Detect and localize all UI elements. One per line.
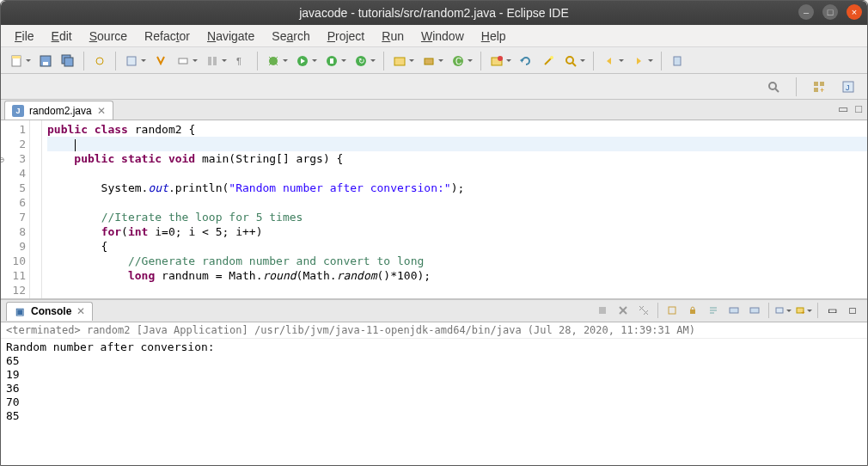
code-line[interactable]: for(int i=0; i < 5; i++) <box>47 224 867 239</box>
menu-source[interactable]: Source <box>83 27 134 46</box>
show-console-on-out-button[interactable] <box>724 302 743 319</box>
svg-point-31 <box>566 57 573 64</box>
code-line[interactable]: //Iterate the loop for 5 times <box>47 210 867 224</box>
block-select-button[interactable] <box>202 51 223 71</box>
menu-window[interactable]: Window <box>414 27 471 46</box>
console-icon: ▣ <box>14 305 26 317</box>
remove-all-button[interactable] <box>634 302 653 319</box>
svg-rect-52 <box>690 310 695 314</box>
menu-search[interactable]: Search <box>265 27 316 46</box>
svg-text:¶: ¶ <box>236 56 241 66</box>
maximize-view-icon[interactable]: □ <box>855 102 862 115</box>
code-line[interactable] <box>47 137 867 151</box>
menu-file[interactable]: File <box>8 27 41 46</box>
svg-rect-38 <box>814 82 818 86</box>
svg-point-27 <box>498 56 503 61</box>
java-file-icon: J <box>12 105 24 117</box>
menu-help[interactable]: Help <box>474 27 513 46</box>
svg-rect-55 <box>776 308 783 313</box>
new-button[interactable] <box>6 51 27 71</box>
code-line[interactable]: { <box>47 239 867 254</box>
display-console-button[interactable] <box>773 302 792 319</box>
console-maximize-icon[interactable]: □ <box>843 302 862 319</box>
new-class-button[interactable]: C <box>448 51 468 71</box>
svg-rect-1 <box>12 56 21 58</box>
code-line[interactable] <box>47 166 867 181</box>
code-line[interactable]: //Generate random number and convert to … <box>47 254 867 268</box>
svg-rect-53 <box>730 308 738 313</box>
code-line[interactable]: public class random2 { <box>47 122 867 137</box>
svg-text:+: + <box>820 86 824 94</box>
svg-line-32 <box>572 63 576 66</box>
wand-button[interactable] <box>538 51 559 71</box>
svg-line-13 <box>276 57 278 58</box>
new-package-button[interactable] <box>419 51 439 71</box>
clear-console-button[interactable] <box>663 302 682 319</box>
menu-project[interactable]: Project <box>321 27 372 46</box>
menu-refactor[interactable]: Refactor <box>138 27 197 46</box>
svg-rect-19 <box>330 58 333 64</box>
main-toolbar: ¶ ↻ C <box>1 47 867 74</box>
window-close-button[interactable]: × <box>847 4 862 20</box>
new-java-project-button[interactable] <box>389 51 410 71</box>
console-output[interactable]: Random number after conversion: 65 19 36… <box>1 339 867 465</box>
pin-button[interactable] <box>667 51 688 71</box>
refresh-button[interactable] <box>516 51 536 71</box>
code-area[interactable]: public class random2 { public static voi… <box>42 120 867 298</box>
annotation-button[interactable] <box>173 51 193 71</box>
svg-line-12 <box>269 57 271 58</box>
svg-rect-54 <box>750 308 759 313</box>
code-editor[interactable]: 123456789101112 public class random2 { p… <box>1 120 867 299</box>
console-panel: ▣ Console ✕ + ▭ □ <terminated> random2 [… <box>1 299 867 465</box>
editor-tab-random2[interactable]: J random2.java ✕ <box>4 101 113 120</box>
close-console-icon[interactable]: ✕ <box>76 305 85 317</box>
open-type-button[interactable] <box>121 51 142 71</box>
run-last-button[interactable]: ↻ <box>351 51 371 71</box>
word-wrap-button[interactable] <box>704 302 723 319</box>
forward-button[interactable] <box>628 51 649 71</box>
show-whitespace-button[interactable]: ¶ <box>231 51 252 71</box>
java-perspective-button[interactable]: J <box>838 77 859 97</box>
debug-button[interactable] <box>263 51 284 71</box>
svg-line-15 <box>276 64 278 65</box>
svg-point-36 <box>769 83 776 89</box>
save-all-button[interactable] <box>58 51 78 71</box>
open-console-button[interactable]: + <box>794 302 813 319</box>
link-editor-button[interactable] <box>89 51 110 71</box>
menu-navigate[interactable]: Navigate <box>200 27 261 46</box>
code-line[interactable] <box>47 283 867 297</box>
close-tab-icon[interactable]: ✕ <box>97 105 106 117</box>
svg-rect-6 <box>127 57 136 65</box>
open-perspective-button[interactable]: + <box>809 77 829 97</box>
minimize-view-icon[interactable]: ▭ <box>838 102 848 115</box>
back-button[interactable] <box>599 51 620 71</box>
coverage-button[interactable] <box>321 51 342 71</box>
menu-edit[interactable]: Edit <box>45 27 79 46</box>
console-toolbar: + ▭ □ <box>593 302 862 319</box>
menu-run[interactable]: Run <box>375 27 411 46</box>
window-minimize-button[interactable]: – <box>798 4 814 20</box>
svg-line-14 <box>269 64 271 65</box>
svg-text:J: J <box>846 83 850 92</box>
window-maximize-button[interactable]: □ <box>822 4 838 20</box>
code-line[interactable]: System.out.println("Random number after … <box>47 181 867 195</box>
show-console-on-err-button[interactable] <box>745 302 764 319</box>
code-line[interactable] <box>47 195 867 210</box>
save-button[interactable] <box>35 51 56 71</box>
toggle-mark-button[interactable] <box>150 51 171 71</box>
remove-launch-button[interactable] <box>614 302 633 319</box>
svg-rect-3 <box>43 62 48 65</box>
code-line[interactable]: long randnum = Math.round(Math.random()*… <box>47 268 867 283</box>
terminate-button[interactable] <box>593 302 612 319</box>
svg-rect-51 <box>669 307 675 314</box>
svg-marker-34 <box>637 58 641 64</box>
run-button[interactable] <box>292 51 313 71</box>
open-task-button[interactable] <box>486 51 507 71</box>
scroll-lock-button[interactable] <box>683 302 702 319</box>
console-minimize-icon[interactable]: ▭ <box>822 302 841 319</box>
quick-access-button[interactable] <box>763 77 784 97</box>
svg-text:C: C <box>455 57 462 66</box>
console-tab[interactable]: ▣ Console ✕ <box>6 302 93 321</box>
search-button[interactable] <box>560 51 581 71</box>
code-line[interactable]: public static void main(String[] args) { <box>47 151 867 166</box>
